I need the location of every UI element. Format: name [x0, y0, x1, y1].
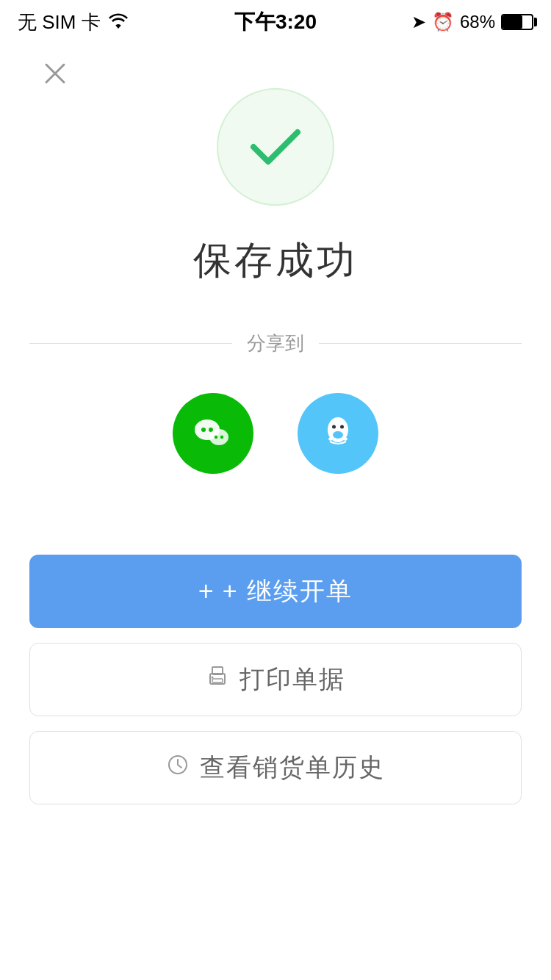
history-button[interactable]: 查看销货单历史	[29, 731, 522, 804]
print-button[interactable]: 打印单据	[29, 643, 522, 716]
plus-icon: +	[198, 576, 215, 607]
svg-point-7	[220, 436, 223, 439]
history-label: 查看销货单历史	[200, 751, 385, 785]
checkmark-icon	[242, 114, 309, 180]
clock-icon	[166, 753, 190, 782]
share-icons-container	[0, 393, 551, 474]
status-bar: 无 SIM 卡 下午3:20 ➤ ⏰ 68%	[0, 0, 551, 44]
print-label: 打印单据	[240, 663, 345, 696]
divider-right	[319, 343, 522, 344]
svg-point-3	[201, 428, 206, 432]
svg-rect-18	[212, 679, 223, 682]
divider-left	[29, 343, 232, 344]
status-bar-left: 无 SIM 卡	[18, 10, 129, 35]
success-circle	[217, 88, 334, 206]
qq-share-button[interactable]	[298, 393, 378, 474]
continue-button[interactable]: + + 继续开单	[29, 555, 522, 628]
close-button[interactable]	[37, 55, 73, 92]
svg-point-19	[212, 677, 214, 679]
battery-icon	[501, 14, 533, 30]
share-label: 分享到	[232, 331, 319, 356]
svg-point-6	[215, 436, 217, 439]
print-icon	[206, 665, 229, 694]
qq-icon	[315, 411, 361, 456]
success-title: 保存成功	[193, 235, 358, 287]
buttons-container: + + 继续开单 打印单据 查看销货单历	[0, 555, 551, 804]
share-divider: 分享到	[0, 331, 551, 356]
continue-label: + 继续开单	[223, 574, 353, 608]
share-section: 分享到	[0, 331, 551, 518]
wifi-icon	[108, 11, 129, 34]
wechat-share-button[interactable]	[173, 393, 253, 474]
main-content: 保存成功 分享到	[0, 44, 551, 804]
svg-point-12	[340, 425, 344, 429]
svg-point-11	[332, 425, 336, 429]
status-bar-right: ➤ ⏰ 68%	[411, 12, 533, 32]
svg-point-13	[333, 431, 343, 439]
close-icon	[43, 61, 68, 86]
location-icon: ➤	[411, 12, 426, 32]
wechat-icon	[190, 411, 236, 456]
battery-percentage: 68%	[460, 12, 495, 32]
alarm-icon: ⏰	[432, 12, 454, 32]
sim-status: 无 SIM 卡	[18, 10, 101, 35]
status-bar-time: 下午3:20	[234, 8, 317, 36]
svg-point-5	[209, 429, 228, 445]
